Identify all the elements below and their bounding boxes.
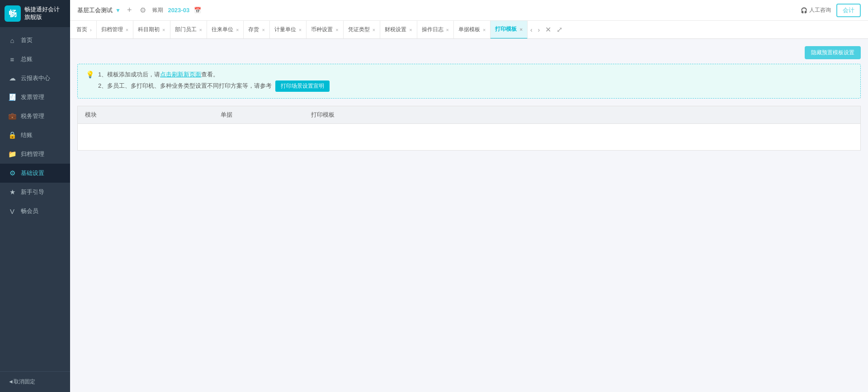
tab-prev-button[interactable]: ‹ [528, 21, 535, 39]
tab-tax-settings[interactable]: 财税设置 × [380, 21, 417, 39]
settings-icon: ⚙ [8, 169, 16, 177]
home-icon: ⌂ [8, 37, 16, 44]
tab-subject-init[interactable]: 科目期初 × [133, 21, 170, 39]
tab-label: 打印模板 [495, 25, 517, 33]
tab-unit[interactable]: 计量单位 × [270, 21, 307, 39]
col-module-header: 模块 [78, 106, 213, 123]
tab-clients[interactable]: 往来单位 × [207, 21, 244, 39]
close-icon[interactable]: × [409, 27, 412, 33]
sidebar-nav: ⌂ 首页 ≡ 总账 ☁ 云报表中心 🧾 发票管理 💼 税务管理 🔒 结账 📁 归… [0, 27, 70, 371]
logo-text: 畅捷通好会计 旗舰版 [24, 6, 60, 21]
sidebar-item-home[interactable]: ⌂ 首页 [0, 31, 70, 50]
calendar-icon[interactable]: 📅 [194, 7, 201, 14]
close-icon[interactable]: × [373, 27, 375, 33]
print-scene-btn[interactable]: 打印场景设置宣明 [275, 80, 330, 92]
sidebar-item-label: 新手引导 [21, 188, 44, 196]
info-text-2: 2、多员工、多打印机、多种业务类型设置不同打印方案等，请参考 打印场景设置宣明 [98, 80, 330, 92]
logo-icon: 畅 [5, 5, 21, 22]
close-icon[interactable]: × [519, 27, 522, 32]
hide-template-button[interactable]: 隐藏预置模板设置 [805, 46, 861, 59]
unpin-button[interactable]: ◄取消固定 [0, 371, 70, 392]
close-icon[interactable]: × [335, 27, 338, 33]
close-icon[interactable]: × [446, 27, 449, 33]
sidebar-item-invoice[interactable]: 🧾 发票管理 [0, 88, 70, 107]
info-row-2: 💡 2、多员工、多打印机、多种业务类型设置不同打印方案等，请参考 打印场景设置宣… [86, 80, 852, 92]
tab-home[interactable]: 首页 › [72, 21, 97, 39]
col-voucher-header: 单据 [213, 106, 304, 123]
tab-label: 凭证类型 [348, 26, 370, 33]
content-area: 隐藏预置模板设置 💡 1、模板添加成功后，请点击刷新新页面查看。 💡 2、多员工… [70, 39, 868, 392]
period-value: 2023-03 [168, 7, 189, 14]
sidebar-item-label: 总账 [21, 55, 33, 63]
main-area: 基层工会测试 ▼ + ⚙ 账期 2023-03 📅 🎧 人工咨询 会计 首页 ›… [70, 0, 868, 392]
tab-label: 财税设置 [385, 26, 406, 33]
info-box: 💡 1、模板添加成功后，请点击刷新新页面查看。 💡 2、多员工、多打印机、多种业… [77, 64, 861, 99]
tab-next-button[interactable]: › [535, 21, 543, 39]
tab-department[interactable]: 部门员工 × [170, 21, 207, 39]
table-body [77, 123, 861, 151]
sidebar-item-label: 发票管理 [21, 93, 44, 101]
sidebar-item-label: 结账 [21, 131, 33, 139]
archive-icon: 📁 [8, 150, 16, 158]
lock-icon: 🔒 [8, 131, 16, 139]
close-icon[interactable]: × [236, 27, 239, 33]
tab-label: 存货 [248, 26, 259, 33]
tab-doc-template[interactable]: 单据模板 × [454, 21, 491, 39]
tab-label: 币种设置 [311, 26, 333, 33]
sidebar-item-reports[interactable]: ☁ 云报表中心 [0, 69, 70, 88]
info-text-1: 1、模板添加成功后，请点击刷新新页面查看。 [98, 71, 219, 79]
tab-label: 首页 [76, 26, 87, 33]
lightbulb-icon: 💡 [86, 71, 94, 79]
tab-inventory[interactable]: 存货 × [244, 21, 269, 39]
company-name: 基层工会测试 [77, 6, 113, 14]
topbar-right: 🎧 人工咨询 会计 [801, 4, 861, 17]
sidebar: 畅 畅捷通好会计 旗舰版 ⌂ 首页 ≡ 总账 ☁ 云报表中心 🧾 发票管理 💼 … [0, 0, 70, 392]
close-icon[interactable]: × [299, 27, 302, 33]
close-icon[interactable]: × [483, 27, 486, 33]
sidebar-item-close[interactable]: 🔒 结账 [0, 126, 70, 145]
sidebar-item-settings[interactable]: ⚙ 基础设置 [0, 164, 70, 183]
add-tab-button[interactable]: + [125, 5, 134, 15]
close-icon[interactable]: × [126, 27, 128, 33]
sidebar-item-tax[interactable]: 💼 税务管理 [0, 107, 70, 126]
refresh-link[interactable]: 点击刷新新页面 [160, 71, 201, 78]
dropdown-arrow-icon: ▼ [115, 7, 121, 14]
customer-service-button[interactable]: 🎧 人工咨询 [801, 6, 831, 14]
company-selector[interactable]: 基层工会测试 ▼ [77, 6, 121, 14]
star-icon: ★ [8, 188, 16, 196]
topbar: 基层工会测试 ▼ + ⚙ 账期 2023-03 📅 🎧 人工咨询 会计 [70, 0, 868, 21]
action-bar: 隐藏预置模板设置 [77, 46, 861, 59]
sidebar-item-label: 云报表中心 [21, 74, 50, 82]
tab-operation-log[interactable]: 操作日志 × [417, 21, 454, 39]
table-header: 模块 单据 打印模板 [77, 106, 861, 123]
sidebar-item-member[interactable]: V 畅会员 [0, 202, 70, 221]
tab-print-template[interactable]: 打印模板 × [491, 21, 527, 39]
tab-label: 操作日志 [422, 26, 443, 33]
sidebar-item-archive[interactable]: 📁 归档管理 [0, 145, 70, 164]
tabbar: 首页 › 归档管理 × 科目期初 × 部门员工 × 往来单位 × 存货 × 计量… [70, 21, 868, 39]
tab-currency[interactable]: 币种设置 × [307, 21, 343, 39]
gear-icon[interactable]: ⚙ [138, 6, 148, 14]
sidebar-item-ledger[interactable]: ≡ 总账 [0, 50, 70, 69]
tab-label: 部门员工 [175, 26, 197, 33]
tab-label: 计量单位 [274, 26, 296, 33]
close-icon[interactable]: × [262, 27, 264, 33]
col-template-header: 打印模板 [304, 106, 860, 123]
sidebar-logo: 畅 畅捷通好会计 旗舰版 [0, 0, 70, 27]
expand-button[interactable]: ⤢ [554, 21, 565, 39]
tab-archive[interactable]: 归档管理 × [97, 21, 133, 39]
account-button[interactable]: 会计 [836, 4, 861, 17]
tab-label: 往来单位 [212, 26, 233, 33]
sidebar-item-guide[interactable]: ★ 新手引导 [0, 183, 70, 202]
close-all-tabs-button[interactable]: ✕ [542, 21, 554, 39]
tab-voucher-type[interactable]: 凭证类型 × [344, 21, 380, 39]
member-icon: V [8, 208, 16, 215]
sidebar-item-label: 畅会员 [21, 207, 38, 215]
close-icon[interactable]: × [199, 27, 202, 33]
tab-label: 单据模板 [458, 26, 480, 33]
invoice-icon: 🧾 [8, 93, 16, 101]
close-icon[interactable]: × [162, 27, 165, 33]
tab-label: 科目期初 [138, 26, 160, 33]
sidebar-item-label: 税务管理 [21, 112, 44, 120]
tab-label: 归档管理 [101, 26, 123, 33]
